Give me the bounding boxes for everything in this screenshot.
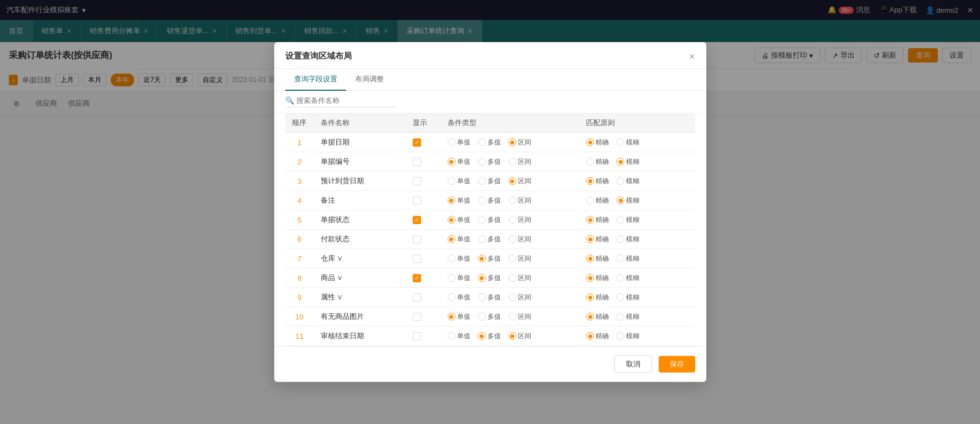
cell-show[interactable] xyxy=(406,307,441,327)
type-radio-item[interactable]: 单值 xyxy=(448,177,470,186)
match-radio-item[interactable]: 精确 xyxy=(586,254,609,263)
match-radio-item[interactable]: 精确 xyxy=(586,196,609,205)
type-radio-item[interactable]: 区间 xyxy=(509,312,531,322)
match-radio-item[interactable]: 模糊 xyxy=(617,138,639,147)
cell-show[interactable] xyxy=(406,172,441,191)
radio-circle xyxy=(448,313,455,320)
type-radio-item[interactable]: 多值 xyxy=(478,215,501,225)
type-radio-item[interactable]: 单值 xyxy=(448,312,470,322)
type-radio-item[interactable]: 单值 xyxy=(448,254,470,263)
cell-show[interactable] xyxy=(406,210,441,230)
show-checkbox[interactable] xyxy=(413,255,421,263)
match-radio-item[interactable]: 模糊 xyxy=(617,312,639,322)
show-checkbox[interactable] xyxy=(413,293,421,302)
match-radio-item[interactable]: 精确 xyxy=(586,273,609,283)
type-radio-item[interactable]: 多值 xyxy=(478,293,501,302)
cell-show[interactable] xyxy=(406,249,441,268)
match-radio-item[interactable]: 模糊 xyxy=(617,254,639,263)
match-radio-item[interactable]: 模糊 xyxy=(617,273,639,283)
radio-label: 多值 xyxy=(488,196,501,205)
match-radio-item[interactable]: 精确 xyxy=(586,215,609,225)
show-checkbox[interactable] xyxy=(413,197,421,205)
type-radio-item[interactable]: 多值 xyxy=(478,196,501,205)
radio-circle xyxy=(617,274,624,282)
type-radio-item[interactable]: 单值 xyxy=(448,157,470,167)
show-checkbox[interactable] xyxy=(413,235,421,244)
cell-name: 审核结束日期 xyxy=(314,327,407,346)
search-icon: 🔍 xyxy=(285,96,294,105)
show-checkbox[interactable] xyxy=(413,216,421,224)
cancel-button[interactable]: 取消 xyxy=(614,355,652,373)
show-checkbox[interactable] xyxy=(413,274,421,282)
type-radio-item[interactable]: 单值 xyxy=(448,138,470,147)
show-checkbox[interactable] xyxy=(413,138,421,147)
type-radio-item[interactable]: 单值 xyxy=(448,235,470,244)
type-radio-item[interactable]: 区间 xyxy=(509,235,531,244)
match-radio-item[interactable]: 精确 xyxy=(586,177,609,186)
modal-close-button[interactable]: × xyxy=(689,51,695,61)
cell-show[interactable] xyxy=(406,152,441,172)
match-radio-item[interactable]: 模糊 xyxy=(617,157,639,167)
tab-query-fields[interactable]: 查询字段设置 xyxy=(285,69,346,91)
cell-match: 精确模糊 xyxy=(579,307,695,327)
match-radio-item[interactable]: 精确 xyxy=(586,235,609,244)
radio-circle xyxy=(448,138,455,146)
type-radio-item[interactable]: 区间 xyxy=(509,215,531,225)
radio-circle xyxy=(478,274,486,282)
match-radio-item[interactable]: 模糊 xyxy=(617,332,639,341)
cell-show[interactable] xyxy=(406,268,441,288)
cell-show[interactable] xyxy=(406,230,441,249)
type-radio-item[interactable]: 区间 xyxy=(509,254,531,263)
radio-label: 区间 xyxy=(518,273,531,283)
cell-show[interactable] xyxy=(406,191,441,210)
radio-circle xyxy=(509,177,516,185)
type-radio-item[interactable]: 区间 xyxy=(509,157,531,167)
type-radio-item[interactable]: 多值 xyxy=(478,138,501,147)
cell-show[interactable] xyxy=(406,133,441,152)
modal-overlay[interactable]: 设置查询区域布局 × 查询字段设置 布局调整 🔍 顺序 条件名称 显示 xyxy=(0,0,980,424)
match-radio-item[interactable]: 模糊 xyxy=(617,177,639,186)
radio-circle xyxy=(478,197,486,204)
cell-show[interactable] xyxy=(406,327,441,346)
cell-match: 精确模糊 xyxy=(579,152,695,172)
type-radio-item[interactable]: 区间 xyxy=(509,177,531,186)
type-radio-item[interactable]: 单值 xyxy=(448,215,470,225)
type-radio-item[interactable]: 多值 xyxy=(478,235,501,244)
match-radio-item[interactable]: 模糊 xyxy=(617,215,639,225)
type-radio-item[interactable]: 多值 xyxy=(478,177,501,186)
show-checkbox[interactable] xyxy=(413,313,421,321)
match-radio-item[interactable]: 模糊 xyxy=(617,293,639,302)
match-radio-item[interactable]: 精确 xyxy=(586,138,609,147)
type-radio-item[interactable]: 多值 xyxy=(478,157,501,167)
tab-layout[interactable]: 布局调整 xyxy=(346,69,393,91)
show-checkbox[interactable] xyxy=(413,332,421,340)
match-radio-item[interactable]: 精确 xyxy=(586,312,609,322)
type-radio-item[interactable]: 单值 xyxy=(448,196,470,205)
type-radio-item[interactable]: 多值 xyxy=(478,312,501,322)
type-radio-item[interactable]: 多值 xyxy=(478,332,501,341)
match-radio-item[interactable]: 精确 xyxy=(586,157,609,167)
match-radio-item[interactable]: 模糊 xyxy=(617,196,639,205)
type-radio-item[interactable]: 多值 xyxy=(478,254,501,263)
search-input[interactable] xyxy=(296,96,385,105)
type-radio-item[interactable]: 区间 xyxy=(509,273,531,283)
type-radio-item[interactable]: 多值 xyxy=(478,273,501,283)
match-radio-item[interactable]: 精确 xyxy=(586,332,609,341)
cell-order: 2 xyxy=(285,152,314,172)
show-checkbox[interactable] xyxy=(413,158,421,166)
cell-type: 单值多值区间 xyxy=(441,249,579,268)
type-radio-item[interactable]: 区间 xyxy=(509,196,531,205)
cell-show[interactable] xyxy=(406,288,441,307)
type-radio-item[interactable]: 区间 xyxy=(509,138,531,147)
radio-circle xyxy=(509,138,516,146)
match-radio-item[interactable]: 精确 xyxy=(586,293,609,302)
type-radio-item[interactable]: 单值 xyxy=(448,293,470,302)
type-radio-item[interactable]: 单值 xyxy=(448,273,470,283)
radio-circle xyxy=(509,255,516,262)
type-radio-item[interactable]: 区间 xyxy=(509,332,531,341)
show-checkbox[interactable] xyxy=(413,177,421,185)
type-radio-item[interactable]: 单值 xyxy=(448,332,470,341)
save-button[interactable]: 保存 xyxy=(659,356,695,373)
match-radio-item[interactable]: 模糊 xyxy=(617,235,639,244)
type-radio-item[interactable]: 区间 xyxy=(509,293,531,302)
